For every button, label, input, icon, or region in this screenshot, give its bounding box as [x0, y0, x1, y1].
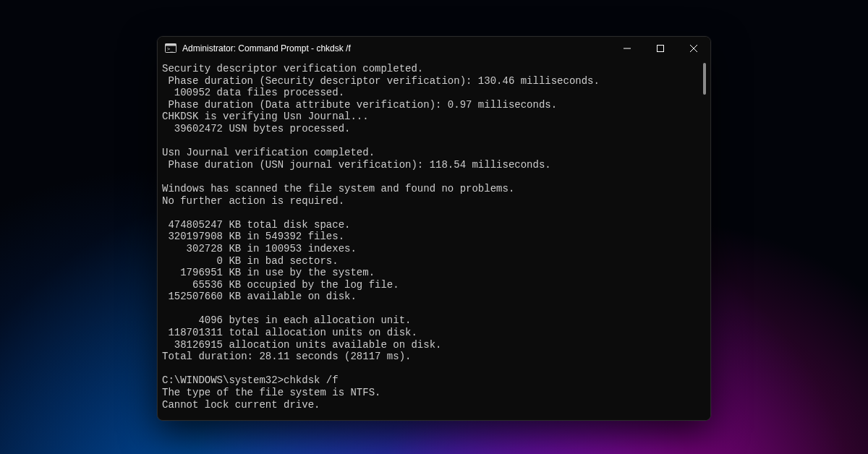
terminal-line: 302728 KB in 100953 indexes. [162, 243, 696, 255]
maximize-icon [657, 45, 664, 52]
terminal-line: 320197908 KB in 549392 files. [162, 231, 696, 243]
terminal-line: 100952 data files processed. [162, 87, 696, 99]
close-icon [690, 45, 697, 52]
terminal-line: 4096 bytes in each allocation unit. [162, 314, 696, 327]
terminal-line [162, 135, 696, 147]
terminal-line [162, 171, 696, 183]
terminal-line: 38126915 allocation units available on d… [162, 339, 696, 351]
terminal-line [162, 363, 696, 375]
terminal-line: C:\WINDOWS\system32>chkdsk /f [162, 374, 696, 387]
terminal-line: Usn Journal verification completed. [162, 147, 696, 159]
terminal-line: Cannot lock current drive. [162, 399, 696, 411]
minimize-icon [624, 45, 631, 52]
minimize-button[interactable] [610, 37, 644, 60]
terminal-line: Windows has scanned the file system and … [162, 183, 696, 195]
terminal-line [162, 207, 696, 219]
terminal-line: 65536 KB occupied by the log file. [162, 279, 696, 291]
terminal-line: 0 KB in bad sectors. [162, 255, 696, 267]
terminal-line: 39602472 USN bytes processed. [162, 123, 696, 135]
maximize-button[interactable] [644, 37, 677, 60]
terminal-line: The type of the file system is NTFS. [162, 387, 696, 399]
command-prompt-icon: >_ [165, 43, 176, 54]
terminal-client-area: Security descriptor verification complet… [158, 60, 710, 420]
terminal-line: Security descriptor verification complet… [162, 63, 696, 75]
svg-rect-4 [658, 46, 664, 52]
terminal-output[interactable]: Security descriptor verification complet… [158, 60, 700, 420]
command-prompt-window: >_ Administrator: Command Prompt - chkds… [157, 36, 711, 421]
terminal-line: 1796951 KB in use by the system. [162, 267, 696, 279]
close-button[interactable] [677, 37, 710, 60]
terminal-line: Phase duration (Security descriptor veri… [162, 75, 696, 87]
terminal-line: Phase duration (USN journal verification… [162, 159, 696, 171]
svg-text:>_: >_ [167, 46, 174, 52]
terminal-line: CHKDSK is verifying Usn Journal... [162, 111, 696, 123]
terminal-line: 118701311 total allocation units on disk… [162, 327, 696, 339]
scrollbar-thumb[interactable] [703, 63, 706, 95]
window-title: Administrator: Command Prompt - chkdsk /… [182, 43, 351, 53]
terminal-line: 474805247 KB total disk space. [162, 219, 696, 231]
vertical-scrollbar[interactable] [700, 60, 710, 420]
title-bar[interactable]: >_ Administrator: Command Prompt - chkds… [158, 37, 710, 60]
terminal-line [162, 303, 696, 315]
terminal-line: Phase duration (Data attribute verificat… [162, 99, 696, 111]
terminal-line: Total duration: 28.11 seconds (28117 ms)… [162, 351, 696, 363]
terminal-line: 152507660 KB available on disk. [162, 291, 696, 303]
terminal-line: No further action is required. [162, 195, 696, 207]
